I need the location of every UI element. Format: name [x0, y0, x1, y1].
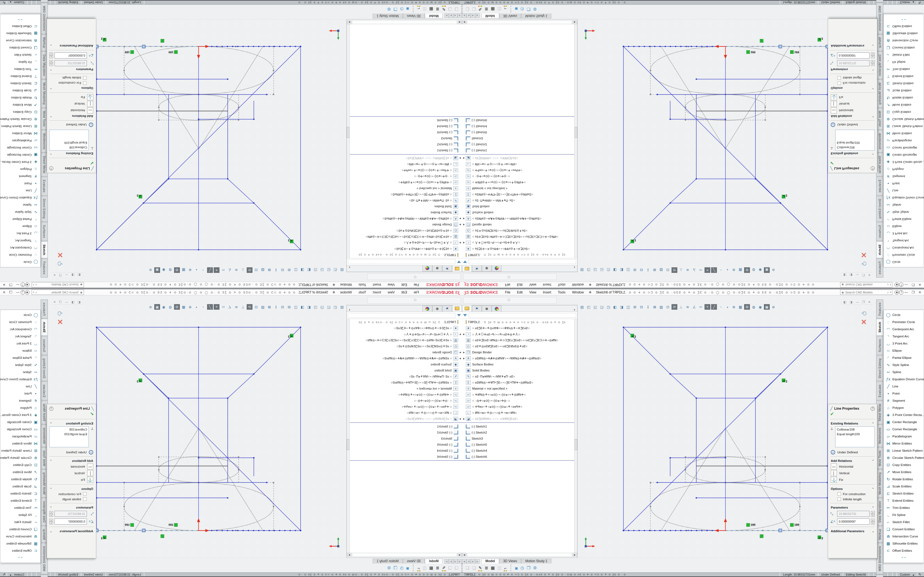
view-toolbar-icon[interactable]: ⊞	[632, 304, 638, 309]
tool-3-point-arc[interactable]: ◡3 Point Arc	[884, 230, 924, 237]
tool-intersection-curve[interactable]: ⋒Intersection Curve	[884, 533, 924, 540]
view-toolbar-icon[interactable]: ╱	[207, 304, 213, 309]
section-parameters[interactable]: Parameters⌃	[47, 67, 96, 72]
checkbox-icon[interactable]	[83, 497, 87, 501]
tool-trim-entities[interactable]: ✂Trim Entities	[0, 504, 40, 511]
tree-item[interactable]: ▱○ ✛ꟼɘo∘⚘○⚹⊙[○∘○]⊙⚹○⚘∘oɘꟼ✛○	[462, 167, 577, 173]
doc-tab-motion-study-1[interactable]: Motion Study 1	[521, 559, 551, 564]
checkbox-icon[interactable]	[83, 76, 87, 80]
param-value-field[interactable]: 0.00000000°	[837, 53, 869, 58]
more-tools-chevron-icon[interactable]: ⌄⌄	[884, 18, 924, 22]
tab-featuremanager[interactable]	[462, 305, 472, 311]
menu-tools[interactable]: Tools	[355, 283, 370, 287]
restore-button[interactable]: ❐	[912, 290, 915, 294]
tree-item[interactable]: ▶A○ ƨƧͶΝ◎∘✛Ⱥ✛◎ͶΝⱯ○∘○ⱯͶΝ◎✛Ⱥ✛∘◎ͶΝƨƧ○	[462, 355, 577, 361]
tree-root-item[interactable]: TЯPDL2. ⊙ ƷƐ ⊙ Ш ⊙ ⊙ ⊙ ✛ ⊙ ⊃Ɔ ⊙ ƷƐ ⊙ ٠ ⊙…	[347, 252, 462, 258]
tree-item[interactable]: ▥○ ƨƧ✛ƷƐƨƧ○ͶΝ◎∘✛⊃ƆƷƐ∪ƷƐƨƧ○∘○ƨƧƷƐ∪ƷƐƆ⊃✛∘◎…	[462, 337, 577, 343]
view-toolbar-icon[interactable]: ▤	[339, 268, 345, 273]
view-toolbar-icon[interactable]: ⊚	[771, 268, 776, 273]
view-toolbar-icon[interactable]: ▤	[579, 268, 585, 273]
view-toolbar-icon[interactable]: ▨	[658, 304, 664, 309]
view-toolbar-icon[interactable]: ⊡	[665, 304, 671, 309]
command-tab-direct-editing[interactable]: Direct Editing	[41, 196, 48, 222]
relations-listbox[interactable]: Collinear108Equal length109	[835, 130, 875, 151]
tree-item[interactable]: ▶❐Design Binder	[462, 349, 577, 355]
tree-item-sketch[interactable]: (-) Sketch1	[347, 424, 462, 429]
view-toolbar-icon[interactable]: ⚙	[174, 268, 180, 273]
scrollbar-track[interactable]	[352, 20, 457, 24]
bottom-toolbar-icon[interactable]: ❐	[527, 566, 530, 571]
tool-scale-entities[interactable]: ⊿Scale Entities	[884, 483, 924, 490]
scrollbar-thumb[interactable]	[347, 127, 349, 138]
tool-circle[interactable]: ◯Circle	[0, 259, 40, 266]
tool-intersection-curve[interactable]: ⋒Intersection Curve	[0, 37, 40, 44]
view-toolbar-icon[interactable]: ◰	[586, 268, 591, 273]
document-window-controls[interactable]: ◧◨—❐✕	[51, 272, 83, 277]
tool-silhouette-entities[interactable]: ▦Silhouette Entities	[0, 540, 40, 547]
tree-item[interactable]: ▥○ ƨƧ✛ƷƐƨƧ○ͶΝ◎∘✛⊃ƆƷƐ∪ƷƐƨƧ○∘○ƨƧƷƐ∪ƷƐƆ⊃✛∘◎…	[347, 234, 462, 240]
confirmation-corner[interactable]: ⟲ ✕	[861, 309, 867, 326]
next-window-icon[interactable]: ◨	[71, 300, 74, 304]
checkbox-icon[interactable]	[83, 492, 87, 496]
scroll-left-button[interactable]: ◀	[457, 553, 462, 557]
tree-item[interactable]: ▶A○ ƨƧͶΝ◎∘✛Ⱥ✛◎ͶΝⱯ○∘○ⱯͶΝ◎✛Ⱥ✛∘◎ͶΝƨƧ○	[347, 216, 462, 222]
tool-scale-entities[interactable]: ⊿Scale Entities	[0, 87, 40, 94]
minimize-doc-button[interactable]: —	[856, 273, 859, 277]
tool-convert-entities[interactable]: ❏Convert Entities	[0, 525, 40, 533]
ok-checkmark-icon[interactable]: ✔	[47, 411, 96, 417]
menu-file[interactable]: File	[410, 290, 422, 294]
view-toolbar-icon[interactable]: ◉	[161, 304, 166, 309]
tree-item[interactable]: Σ○ ƨƧͶΝ◎∘✛ⱯΠᵚƷƐ○∘○ƷƐᵚΠⱯ✛∘◎ͶΝƨƧ○	[462, 379, 577, 385]
command-tab-evaluate[interactable]: Evaluate	[876, 381, 883, 400]
bottom-toolbar-icon[interactable]: ⌐	[417, 566, 420, 571]
bottom-toolbar-icon[interactable]: ❏	[455, 566, 459, 571]
bottom-toolbar-icon[interactable]: ❏	[465, 6, 469, 11]
tree-item[interactable]: ▱○ ٠◎✛○⚹⊙[○∘○]⊙⚹○✛◎٠○	[347, 173, 462, 179]
tool-equation-driven-curve[interactable]: ƒxEquation Driven Curve	[0, 194, 40, 201]
exit-sketch-icon[interactable]: ⟲	[57, 259, 63, 268]
quick-access-toolbar[interactable]: ⊙ ⊙ ✛ ⊙ ⊃Ɔ ⊙ ƷƐ ⊙ ٠ ⊙ ƐƧ ⊙ ⚘ ⊙ ƷƐ ⊙ ٠ ⊙ …	[84, 283, 296, 287]
tool-tangent-arc[interactable]: ◝Tangent Arc	[0, 333, 40, 340]
minimize-button[interactable]: —	[16, 283, 19, 287]
tool-3-point-arc[interactable]: ◡3 Point Arc	[0, 340, 40, 347]
tab-configurationmanager[interactable]: ⚑	[442, 266, 452, 271]
doc-tab-3d-views[interactable]: 3D Views	[403, 13, 425, 18]
add-relation-vertical[interactable]: │Vertical	[828, 470, 877, 476]
close-doc-button[interactable]: ✕	[868, 273, 871, 277]
view-toolbar-icon[interactable]: ◱	[592, 268, 598, 273]
tool-partial-ellipse[interactable]: ◜Partial Ellipse	[0, 354, 40, 361]
param-value-field[interactable]: 10.88152731	[837, 511, 869, 517]
view-toolbar-icon[interactable]: ≋	[233, 304, 239, 309]
view-toolbar-icon[interactable]: ▦	[181, 268, 186, 273]
search-box[interactable]: ⬙ ⌕ ▾	[32, 290, 84, 295]
scroll-right-button[interactable]: ▶	[347, 553, 351, 557]
bottom-toolbar-icon[interactable]: ❏	[448, 566, 452, 571]
add-relation-fix[interactable]: ⚓Fix	[828, 476, 877, 483]
menu-edit[interactable]: Edit	[514, 283, 526, 287]
tree-item-sketch[interactable]: (-) Sketch2	[347, 429, 462, 435]
bottom-toolbar-icon[interactable]: ⚙	[533, 6, 537, 11]
command-tab-evaluate[interactable]: Evaluate	[41, 177, 48, 196]
tree-item-sketch[interactable]: Sketch3	[347, 435, 462, 442]
expand-tabs-arrow[interactable]: ›	[349, 266, 350, 269]
tree-item[interactable]: ◴○ ƨƧ⚘◎ƨƧͶƷƐƨƧ○∘○ƨƧƷƐͶƨƧ◎⚘ƨƧ○	[347, 343, 462, 349]
menu-file[interactable]: File	[502, 283, 514, 287]
relation-badge[interactable]: ◪3	[290, 334, 293, 337]
tree-item[interactable]: ∟○ ͶΝ∘ɘƨ∘⚘◎○∘○◎⚘∘ɘƨ∘ͶΝ○	[347, 161, 462, 167]
view-toolbar-icon[interactable]: ◔	[200, 268, 206, 273]
view-toolbar-icon[interactable]: ◳	[606, 268, 611, 273]
tool-style-spline[interactable]: ∿Style Spline	[0, 208, 40, 216]
tree-vertical-scrollbar[interactable]	[347, 22, 350, 258]
heads-up-view-toolbar[interactable]: ▤◰◱◲◳◧◨◫⊞⊟↧⊠▨⊡⟳⊥≋∠✂⌖╱◔◑⊕▦⚙◍◉▣⊚	[579, 268, 776, 273]
param-value-field[interactable]: 10.88152731	[55, 60, 87, 66]
view-toolbar-icon[interactable]: ◨	[299, 268, 305, 273]
view-toolbar-icon[interactable]: ∠	[691, 268, 697, 273]
filter-icon[interactable]	[463, 314, 467, 316]
tree-item[interactable]: ▱○ ٠◎✛○⚹⊙[○∘○]⊙⚹○✛◎٠○	[347, 398, 462, 404]
tab-nav-arrow[interactable]: ▶	[444, 559, 449, 564]
user-account-icon[interactable]: ☻	[25, 283, 29, 287]
tool-mirror-entities[interactable]: ⋈Mirror Entities	[0, 130, 40, 137]
tool-offset-entities[interactable]: ⊂Offset Entities	[0, 547, 40, 554]
heads-up-view-toolbar[interactable]: ▤◰◱◲◳◧◨◫⊞⊟↧⊠▨⊡⟳⊥≋∠✂⌖╱◔◑⊕▦⚙◍◉▣⊚	[579, 304, 776, 309]
tool-fit-spline[interactable]: ◟Fit Spline	[0, 58, 40, 66]
